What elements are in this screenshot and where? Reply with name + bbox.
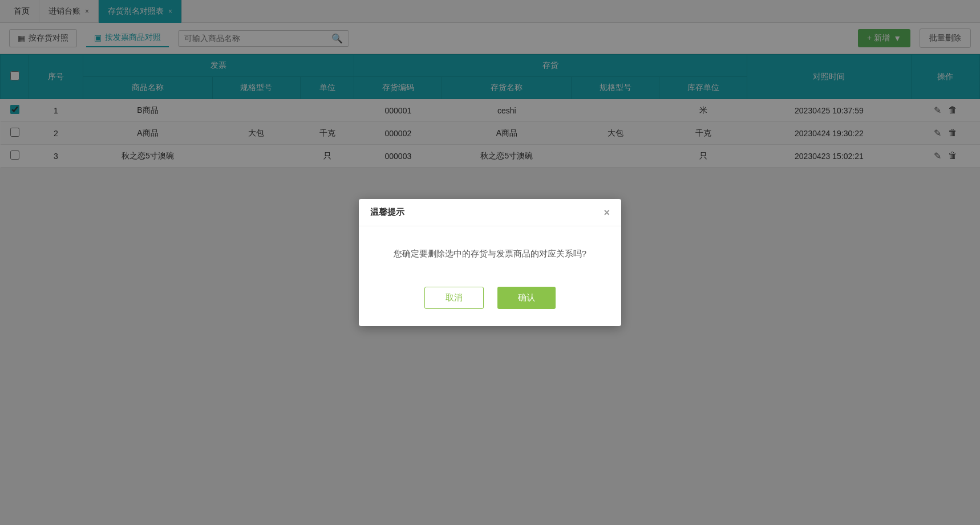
dialog-overlay: 温馨提示 × 您确定要删除选中的存货与发票商品的对应关系吗? 取消 确认 <box>0 0 980 168</box>
